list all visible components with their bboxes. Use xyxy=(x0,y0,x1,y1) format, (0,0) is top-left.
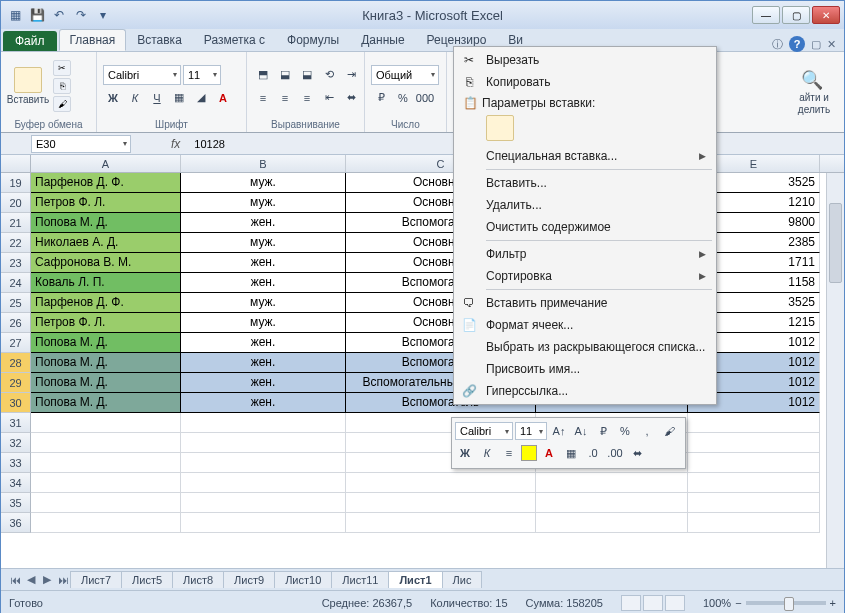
tab-insert[interactable]: Вставка xyxy=(126,29,193,51)
sheet-tab[interactable]: Лист5 xyxy=(121,571,173,588)
row-header[interactable]: 27 xyxy=(1,333,31,353)
mini-size-combo[interactable]: 11 xyxy=(515,422,547,440)
cell[interactable]: Николаев А. Д. xyxy=(31,233,181,253)
orientation-button[interactable]: ⟲ xyxy=(319,65,339,85)
row-header[interactable]: 22 xyxy=(1,233,31,253)
mini-font-combo[interactable]: Calibri xyxy=(455,422,513,440)
cell[interactable]: Попова М. Д. xyxy=(31,373,181,393)
cell[interactable]: жен. xyxy=(181,213,346,233)
tab-formulas[interactable]: Формулы xyxy=(276,29,350,51)
cell[interactable] xyxy=(346,513,536,533)
format-painter-icon[interactable]: 🖌 xyxy=(53,96,71,112)
cell[interactable] xyxy=(536,493,688,513)
cell[interactable] xyxy=(181,413,346,433)
excel-icon[interactable]: ▦ xyxy=(5,5,25,25)
find-select-button[interactable]: 🔍 айти и делить xyxy=(790,69,838,115)
cell[interactable]: Коваль Л. П. xyxy=(31,273,181,293)
cell[interactable] xyxy=(688,453,820,473)
fx-icon[interactable]: fx xyxy=(171,137,180,151)
mini-italic[interactable]: К xyxy=(477,443,497,463)
cell[interactable] xyxy=(31,473,181,493)
cell[interactable] xyxy=(31,493,181,513)
merge-button[interactable]: ⬌ xyxy=(341,88,361,108)
cell[interactable]: жен. xyxy=(181,353,346,373)
ctx-paste-icon[interactable] xyxy=(486,115,514,141)
cell[interactable] xyxy=(181,493,346,513)
align-center-button[interactable]: ≡ xyxy=(275,88,295,108)
mini-dec-inc[interactable]: .0 xyxy=(583,443,603,463)
row-header[interactable]: 35 xyxy=(1,493,31,513)
vertical-scrollbar[interactable] xyxy=(826,173,844,568)
cell[interactable] xyxy=(688,513,820,533)
font-color-button[interactable]: А xyxy=(213,88,233,108)
row-header[interactable]: 24 xyxy=(1,273,31,293)
comma-button[interactable]: 000 xyxy=(415,88,435,108)
cell[interactable]: жен. xyxy=(181,393,346,413)
cell[interactable] xyxy=(31,433,181,453)
wrap-text-button[interactable]: ⇥ xyxy=(341,65,361,85)
cell[interactable]: Попова М. Д. xyxy=(31,213,181,233)
cell[interactable]: муж. xyxy=(181,233,346,253)
table-row[interactable]: 24Коваль Л. П.жен.Вспомогатель1158 xyxy=(1,273,844,293)
cell[interactable] xyxy=(688,413,820,433)
table-row[interactable]: 36 xyxy=(1,513,844,533)
sheet-nav-first[interactable]: ⏮ xyxy=(7,574,23,586)
percent-button[interactable]: % xyxy=(393,88,413,108)
row-header[interactable]: 25 xyxy=(1,293,31,313)
row-header[interactable]: 21 xyxy=(1,213,31,233)
help-icon[interactable]: ? xyxy=(789,36,805,52)
minimize-button[interactable]: — xyxy=(752,6,780,24)
cell[interactable] xyxy=(536,513,688,533)
cell[interactable] xyxy=(31,413,181,433)
align-top-button[interactable]: ⬒ xyxy=(253,65,273,85)
sheet-tab[interactable]: Лист1 xyxy=(388,571,442,588)
table-row[interactable]: 22Николаев А. Д.муж.Основной2385 xyxy=(1,233,844,253)
zoom-in-button[interactable]: + xyxy=(830,597,836,609)
ribbon-minimize-icon[interactable]: ▢ xyxy=(811,38,821,51)
mini-currency[interactable]: ₽ xyxy=(593,421,613,441)
cell[interactable]: жен. xyxy=(181,333,346,353)
cell[interactable] xyxy=(181,453,346,473)
save-button[interactable]: 💾 xyxy=(27,5,47,25)
cell[interactable]: муж. xyxy=(181,313,346,333)
cell[interactable]: Попова М. Д. xyxy=(31,333,181,353)
cell[interactable] xyxy=(31,513,181,533)
redo-button[interactable]: ↷ xyxy=(71,5,91,25)
table-row[interactable]: 23Сафронова В. М.жен.Основной1711 xyxy=(1,253,844,273)
row-header[interactable]: 19 xyxy=(1,173,31,193)
ctx-define-name[interactable]: Присвоить имя... xyxy=(456,358,714,380)
row-header[interactable]: 26 xyxy=(1,313,31,333)
sheet-nav-prev[interactable]: ◀ xyxy=(23,573,39,586)
ctx-insert[interactable]: Вставить... xyxy=(456,172,714,194)
grid[interactable]: A B C D E 19Парфенов Д. Ф.муж.Основной35… xyxy=(1,155,844,568)
doc-close-icon[interactable]: ✕ xyxy=(827,38,836,51)
cell[interactable]: жен. xyxy=(181,273,346,293)
mini-percent[interactable]: % xyxy=(615,421,635,441)
ctx-delete[interactable]: Удалить... xyxy=(456,194,714,216)
indent-dec-button[interactable]: ⇤ xyxy=(319,88,339,108)
cell[interactable] xyxy=(31,453,181,473)
cell[interactable] xyxy=(346,473,536,493)
number-format-combo[interactable]: Общий xyxy=(371,65,439,85)
file-tab[interactable]: Файл xyxy=(3,31,57,51)
sheet-tab[interactable]: Лис xyxy=(442,571,483,588)
table-row[interactable]: 27Попова М. Д.жен.Вспомогатель1012 xyxy=(1,333,844,353)
mini-grow-font[interactable]: A↑ xyxy=(549,421,569,441)
mini-merge[interactable]: ⬌ xyxy=(627,443,647,463)
table-row[interactable]: 31 xyxy=(1,413,844,433)
mini-bold[interactable]: Ж xyxy=(455,443,475,463)
row-header[interactable]: 28 xyxy=(1,353,31,373)
table-row[interactable]: 25Парфенов Д. Ф.муж.Основной3525 xyxy=(1,293,844,313)
cell[interactable] xyxy=(536,473,688,493)
font-name-combo[interactable]: Calibri xyxy=(103,65,181,85)
ctx-clear-contents[interactable]: Очистить содержимое xyxy=(456,216,714,238)
table-row[interactable]: 20Петров Ф. Л.муж.Основной1210 xyxy=(1,193,844,213)
row-header[interactable]: 23 xyxy=(1,253,31,273)
underline-button[interactable]: Ч xyxy=(147,88,167,108)
cell[interactable] xyxy=(688,433,820,453)
bold-button[interactable]: Ж xyxy=(103,88,123,108)
mini-shrink-font[interactable]: A↓ xyxy=(571,421,591,441)
align-right-button[interactable]: ≡ xyxy=(297,88,317,108)
cell[interactable] xyxy=(688,493,820,513)
ctx-cut[interactable]: ✂Вырезать xyxy=(456,49,714,71)
